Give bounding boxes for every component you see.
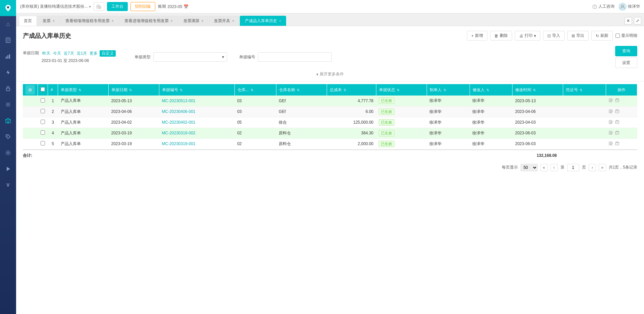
tab-invoice-close[interactable]: × [53, 19, 55, 23]
sidebar-item-lock[interactable] [0, 80, 16, 97]
delete-btn[interactable]: 🗑 删除 [490, 31, 512, 41]
row-checkbox-cell[interactable] [38, 117, 48, 128]
th-creator[interactable]: 制单人⇅ [427, 84, 470, 96]
period-calendar-icon[interactable]: 📅 [183, 4, 189, 9]
row-checkbox-cell[interactable] [38, 96, 48, 106]
sidebar-item-tag[interactable] [0, 129, 16, 145]
company-dropdown-icon[interactable]: ▾ [89, 4, 91, 9]
tab-sales-vat[interactable]: 查看销项增值税专用发票 × [60, 16, 119, 26]
row-checkbox[interactable] [41, 109, 45, 113]
user-menu[interactable]: 徐泽华 [619, 3, 640, 11]
row-number[interactable]: MC-20230319-002 [159, 128, 234, 138]
expand-more-btn[interactable]: ▾ 展开更多条件 [23, 70, 637, 78]
display-toggle-checkbox[interactable] [615, 34, 620, 38]
display-toggle[interactable]: 显示明细 [615, 33, 637, 39]
select-all-checkbox[interactable] [41, 87, 45, 91]
tab-product-history[interactable]: 产成品入库单历史 × [240, 16, 286, 26]
row-checkbox[interactable] [41, 98, 45, 103]
date-opt-1month[interactable]: 近1月 [76, 51, 88, 56]
type-filter-select[interactable]: ▾ [153, 52, 227, 62]
switch-old-btn[interactable]: 切到旧版 [130, 2, 155, 11]
tab-invoice-issue[interactable]: 发票开具 × [209, 16, 239, 26]
row-checkbox[interactable] [41, 120, 45, 124]
number-filter-input[interactable] [258, 52, 332, 62]
tab-close-all-btn[interactable]: ✕ [625, 17, 632, 24]
sidebar-item-doc[interactable] [0, 32, 16, 48]
row-delete-icon[interactable] [615, 120, 620, 125]
row-number[interactable]: MC-20230513-001 [159, 96, 234, 106]
row-number[interactable]: MC-20230406-001 [159, 106, 234, 117]
sidebar-item-warehouse[interactable] [0, 113, 16, 129]
tab-home[interactable]: 首页 [19, 16, 37, 26]
sidebar-item-chart[interactable] [0, 48, 16, 64]
help-btn[interactable]: 人工咨询 [592, 4, 614, 9]
per-page-select[interactable]: 50 100 200 [521, 164, 538, 171]
first-page-btn[interactable]: « [540, 164, 548, 171]
row-edit-icon[interactable] [609, 109, 613, 115]
last-page-btn[interactable]: » [599, 164, 606, 171]
tab-invoice-calc-close[interactable]: × [202, 19, 204, 23]
tab-purchase-vat-close[interactable]: × [171, 19, 173, 23]
doc-type-btn[interactable] [94, 2, 104, 11]
row-delete-icon[interactable] [615, 130, 620, 136]
th-type[interactable]: 单据类型⇅ [58, 84, 109, 96]
sidebar-item-home[interactable]: ⌂ [0, 16, 16, 32]
sidebar-item-settings[interactable] [0, 145, 16, 161]
tab-product-history-close[interactable]: × [279, 19, 281, 23]
date-opt-custom[interactable]: 自定义 [100, 50, 116, 57]
sidebar-item-list[interactable] [0, 97, 16, 113]
company-selector[interactable]: (库存核算) 直播轻纯通信息技术股份... ▾ [20, 4, 91, 9]
row-number[interactable]: MC-20230319-001 [159, 138, 234, 149]
date-opt-7days[interactable]: 近7天 [63, 51, 75, 56]
tab-purchase-vat[interactable]: 查看进项增值税专用发票 × [119, 16, 178, 26]
date-opt-yesterday[interactable]: 昨天 [42, 51, 51, 56]
row-delete-icon[interactable] [615, 98, 620, 104]
query-btn[interactable]: 查询 [615, 46, 637, 56]
th-checkbox[interactable] [38, 84, 48, 96]
th-date[interactable]: 单据日期⇅ [108, 84, 159, 96]
next-page-btn[interactable]: › [589, 164, 596, 171]
sidebar-item-play[interactable] [0, 161, 16, 177]
row-checkbox-cell[interactable] [38, 128, 48, 138]
row-number[interactable]: MC-20230402-001 [159, 117, 234, 128]
import-btn[interactable]: ⊡ 导入 [543, 31, 565, 41]
date-opt-more[interactable]: 更多 [89, 51, 98, 56]
row-edit-icon[interactable] [609, 130, 613, 136]
row-delete-icon[interactable] [615, 141, 620, 147]
th-number[interactable]: 单据编号⇅ [159, 84, 234, 96]
row-checkbox-cell[interactable] [38, 138, 48, 149]
th-voucher[interactable]: 凭证号⇅ [563, 84, 606, 96]
date-opt-today[interactable]: 今天 [52, 51, 62, 56]
row-edit-icon[interactable] [609, 98, 613, 104]
refresh-btn[interactable]: ↻ 刷新 [591, 31, 613, 41]
tab-invoice[interactable]: 发票 × [38, 16, 60, 26]
row-delete-icon[interactable] [615, 109, 620, 115]
app-logo[interactable] [0, 0, 16, 16]
row-checkbox[interactable] [41, 141, 45, 145]
th-modify-time[interactable]: 修改时间⇅ [513, 84, 563, 96]
th-total-cost[interactable]: 总成本⇅ [327, 84, 376, 96]
tab-maximize-btn[interactable]: ⤢ [634, 17, 641, 24]
th-settings[interactable]: ⚙ [23, 84, 38, 96]
row-checkbox-cell[interactable] [38, 106, 48, 117]
th-status[interactable]: 单据状态⇅ [376, 84, 427, 96]
new-btn[interactable]: + 新增 [467, 31, 487, 41]
tab-invoice-issue-close[interactable]: × [232, 19, 234, 23]
sidebar-item-v[interactable]: V [0, 177, 16, 193]
row-edit-icon[interactable] [609, 141, 613, 147]
tab-sales-vat-close[interactable]: × [112, 19, 114, 23]
th-modifier[interactable]: 修改人⇅ [470, 84, 513, 96]
tab-invoice-calc[interactable]: 发票测算 × [178, 16, 209, 26]
row-edit-icon[interactable] [609, 120, 613, 125]
th-wh-code[interactable]: 仓库...⇅ [234, 84, 276, 96]
th-wh-name[interactable]: 仓库名称⇅ [276, 84, 327, 96]
export-btn[interactable]: ⊞ 导出 [567, 31, 589, 41]
page-num-input[interactable] [567, 164, 579, 171]
column-settings-icon[interactable]: ⚙ [25, 85, 35, 95]
sidebar-item-lightning[interactable] [0, 64, 16, 80]
settings-btn[interactable]: 设置 [615, 58, 637, 68]
prev-page-btn[interactable]: ‹ [550, 164, 558, 171]
row-checkbox[interactable] [41, 130, 45, 135]
workbench-btn[interactable]: 工作台 [107, 2, 128, 11]
print-btn[interactable]: 🖨 打印 ▾ [515, 31, 540, 41]
